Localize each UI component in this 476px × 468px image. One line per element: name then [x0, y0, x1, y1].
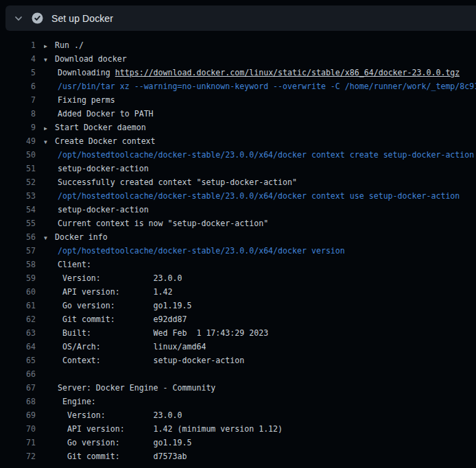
line-number[interactable]: 5 [0, 66, 36, 79]
log-text: Git commit: d7573ab [58, 449, 187, 463]
line-number[interactable]: 53 [0, 189, 36, 203]
log-text: setup-docker-action [58, 203, 149, 217]
log-text: Go version: go1.19.5 [58, 436, 191, 449]
download-url-link[interactable]: https://download.docker.com/linux/static… [115, 68, 460, 77]
log-command-text: /opt/hostedtoolcache/docker-stable/23.0.… [58, 189, 460, 203]
line-number[interactable]: 60 [0, 285, 36, 299]
group-label: Download docker [55, 54, 127, 64]
log-text: Current context is now "setup-docker-act… [58, 217, 268, 230]
triangle-down-icon[interactable]: ▼ [44, 136, 51, 149]
line-number[interactable]: 54 [0, 203, 36, 217]
line-number[interactable]: 62 [0, 312, 36, 326]
group-label: Docker info [55, 232, 108, 242]
log-text: Engine: [58, 395, 96, 408]
line-number[interactable]: 4 [0, 52, 36, 66]
line-number[interactable]: 7 [0, 93, 36, 107]
log-text: Version: 23.0.0 [58, 408, 182, 422]
log-text: setup-docker-action [58, 162, 149, 175]
line-number[interactable]: 52 [0, 175, 36, 189]
triangle-down-icon[interactable]: ▼ [44, 53, 51, 67]
line-number[interactable]: 72 [0, 449, 36, 463]
log-line: 65 Context: setup-docker-action [0, 354, 476, 367]
log-command-text: /opt/hostedtoolcache/docker-stable/23.0.… [58, 244, 345, 258]
line-number[interactable]: 1 [0, 38, 36, 52]
line-number[interactable]: 6 [0, 79, 36, 93]
log-line: 51setup-docker-action [0, 162, 476, 175]
log-group-header[interactable]: ▶Run ./ [44, 38, 84, 53]
log-group-header[interactable]: ▼Create Docker context [44, 134, 156, 149]
log-command-text: /opt/hostedtoolcache/docker-stable/23.0.… [58, 148, 474, 162]
line-number[interactable]: 65 [0, 354, 36, 367]
log-line: 70 API version: 1.42 (minimum version 1.… [0, 422, 476, 436]
log-line: 56▼Docker info [0, 230, 476, 244]
log-line: 66 [0, 367, 476, 381]
log-line: 63 Built: Wed Feb 1 17:43:29 2023 [0, 326, 476, 340]
log-text: Git commit: e92dd87 [58, 312, 187, 326]
log-text: Fixing perms [58, 93, 115, 107]
line-number[interactable]: 56 [0, 230, 36, 244]
log-text: Client: [58, 258, 91, 271]
log-line: 1▶Run ./ [0, 38, 476, 52]
log-text: API version: 1.42 (minimum version 1.12) [58, 422, 283, 436]
group-label: Start Docker daemon [55, 123, 146, 132]
log-line: 50/opt/hostedtoolcache/docker-stable/23.… [0, 148, 476, 162]
log-line: 4▼Download docker [0, 52, 476, 66]
log-text: Built: Wed Feb 1 17:43:29 2023 [58, 326, 268, 340]
log-line: 49▼Create Docker context [0, 134, 476, 148]
log-line: 69 Version: 23.0.0 [0, 408, 476, 422]
log-text: Go version: go1.19.5 [58, 299, 191, 312]
log-line: 5Downloading https://download.docker.com… [0, 66, 476, 79]
log-text: Downloading [58, 68, 115, 77]
line-number[interactable]: 69 [0, 408, 36, 422]
log-line: 58Client: [0, 258, 476, 271]
line-number[interactable]: 66 [0, 367, 36, 381]
triangle-right-icon[interactable]: ▶ [44, 122, 51, 136]
log-line: 67Server: Docker Engine - Community [0, 381, 476, 395]
log-text: Successfully created context "setup-dock… [58, 175, 297, 189]
log-text: Context: setup-docker-action [58, 354, 244, 367]
log-text: Version: 23.0.0 [58, 271, 182, 285]
triangle-right-icon[interactable]: ▶ [44, 40, 51, 53]
line-number[interactable]: 58 [0, 258, 36, 271]
log-line: 54setup-docker-action [0, 203, 476, 217]
line-number[interactable]: 68 [0, 395, 36, 408]
log-line: 71 Go version: go1.19.5 [0, 436, 476, 449]
log-text: Downloading https://download.docker.com/… [58, 66, 460, 79]
log-group-header[interactable]: ▼Docker info [44, 230, 108, 245]
line-number[interactable]: 51 [0, 162, 36, 175]
log-text: OS/Arch: linux/amd64 [58, 340, 206, 354]
chevron-down-icon[interactable] [13, 13, 24, 24]
line-number[interactable]: 71 [0, 436, 36, 449]
log-lines: 1▶Run ./4▼Download docker5Downloading ht… [0, 31, 476, 463]
log-group-header[interactable]: ▶Start Docker daemon [44, 121, 146, 136]
line-number[interactable]: 50 [0, 148, 36, 162]
log-line: 53/opt/hostedtoolcache/docker-stable/23.… [0, 189, 476, 203]
log-line: 55Current context is now "setup-docker-a… [0, 217, 476, 230]
line-number[interactable]: 8 [0, 107, 36, 121]
log-text: Server: Docker Engine - Community [58, 381, 215, 395]
line-number[interactable]: 9 [0, 121, 36, 134]
group-label: Run ./ [55, 40, 84, 50]
line-number[interactable]: 64 [0, 340, 36, 354]
log-line: 9▶Start Docker daemon [0, 121, 476, 134]
step-header[interactable]: Set up Docker [5, 5, 476, 31]
log-group-header[interactable]: ▼Download docker [44, 52, 127, 67]
line-number[interactable]: 70 [0, 422, 36, 436]
log-text: API version: 1.42 [58, 285, 173, 299]
success-check-icon [32, 12, 43, 24]
line-number[interactable]: 63 [0, 326, 36, 340]
line-number[interactable]: 49 [0, 134, 36, 148]
line-number[interactable]: 55 [0, 217, 36, 230]
step-title: Set up Docker [51, 13, 113, 24]
log-line: 6/usr/bin/tar xz --warning=no-unknown-ke… [0, 79, 476, 93]
log-line: 72 Git commit: d7573ab [0, 449, 476, 463]
log-line: 62 Git commit: e92dd87 [0, 312, 476, 326]
line-number[interactable]: 61 [0, 299, 36, 312]
log-line: 61 Go version: go1.19.5 [0, 299, 476, 312]
line-number[interactable]: 57 [0, 244, 36, 258]
triangle-down-icon[interactable]: ▼ [44, 232, 51, 245]
line-number[interactable]: 59 [0, 271, 36, 285]
log-line: 59 Version: 23.0.0 [0, 271, 476, 285]
line-number[interactable]: 67 [0, 381, 36, 395]
log-line: 8Added Docker to PATH [0, 107, 476, 121]
